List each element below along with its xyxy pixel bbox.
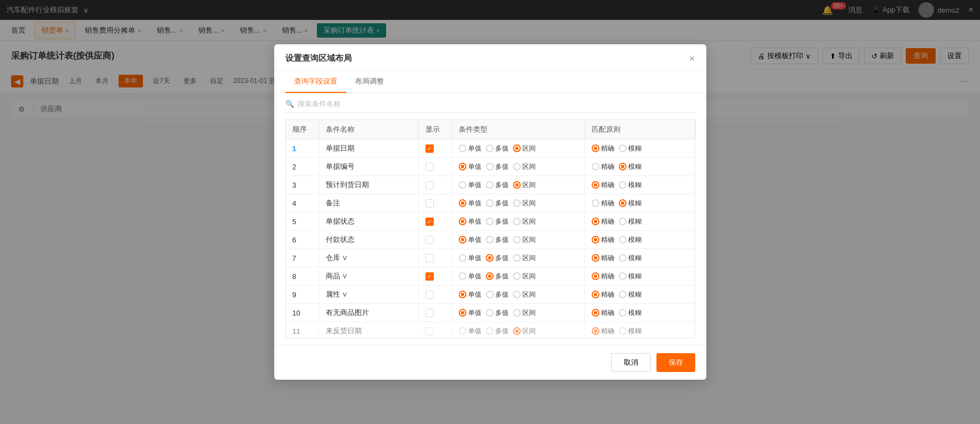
col-type: 条件类型 [452, 120, 585, 125]
dialog-close-button[interactable]: × [689, 54, 695, 64]
dialog-title: 设置查询区域布局 [285, 53, 352, 64]
dialog-header: 设置查询区域布局 × [274, 44, 706, 71]
col-name: 条件名称 [319, 120, 419, 125]
col-order: 顺序 [286, 120, 319, 125]
modal-overlay: 设置查询区域布局 × 查询字段设置 布局调整 🔍 顺序 条件名称 显示 [0, 0, 980, 125]
col-display: 显示 [419, 120, 452, 125]
tab-query-fields-label: 查询字段设置 [294, 77, 337, 85]
search-input[interactable] [297, 100, 408, 108]
col-match: 匹配原则 [585, 120, 696, 125]
dialog: 设置查询区域布局 × 查询字段设置 布局调整 🔍 顺序 条件名称 显示 [274, 44, 706, 125]
dialog-tabs: 查询字段设置 布局调整 [274, 71, 706, 93]
tab-layout-label: 布局调整 [355, 77, 384, 85]
tab-query-fields[interactable]: 查询字段设置 [285, 71, 346, 93]
tab-layout[interactable]: 布局调整 [346, 71, 393, 93]
grid-header: 顺序 条件名称 显示 条件类型 匹配原则 [285, 120, 695, 125]
dialog-body: 🔍 顺序 条件名称 显示 条件类型 匹配原则 1 单据日期 [274, 93, 706, 125]
search-icon: 🔍 [285, 100, 294, 108]
search-box: 🔍 [285, 100, 695, 113]
